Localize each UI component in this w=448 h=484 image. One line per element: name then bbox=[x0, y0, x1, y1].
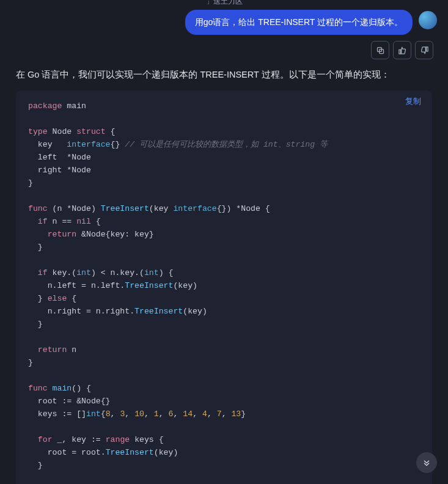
user-message-bubble: 用go语言，给出 TREE-INSERT 过程的一个递归版本。 bbox=[185, 10, 413, 35]
code-content: package main type Node struct { key inte… bbox=[16, 90, 432, 484]
thumbs-down-button[interactable] bbox=[415, 41, 433, 59]
message-actions bbox=[0, 35, 448, 63]
assistant-intro-text: 在 Go 语言中，我们可以实现一个递归版本的 TREE-INSERT 过程。以下… bbox=[0, 63, 448, 90]
code-block: 复制 package main type Node struct { key i… bbox=[16, 90, 432, 484]
thumbs-down-icon bbox=[420, 46, 429, 55]
copy-code-button[interactable]: 复制 bbox=[405, 97, 421, 107]
thumbs-up-button[interactable] bbox=[393, 41, 411, 59]
copy-button[interactable] bbox=[371, 41, 389, 59]
scroll-to-bottom-button[interactable] bbox=[416, 452, 437, 473]
chevrons-down-icon bbox=[422, 458, 431, 468]
copy-icon bbox=[376, 46, 385, 55]
avatar bbox=[419, 11, 437, 29]
user-message-row: 用go语言，给出 TREE-INSERT 过程的一个递归版本。 bbox=[0, 4, 448, 35]
thumbs-up-icon bbox=[398, 46, 407, 55]
